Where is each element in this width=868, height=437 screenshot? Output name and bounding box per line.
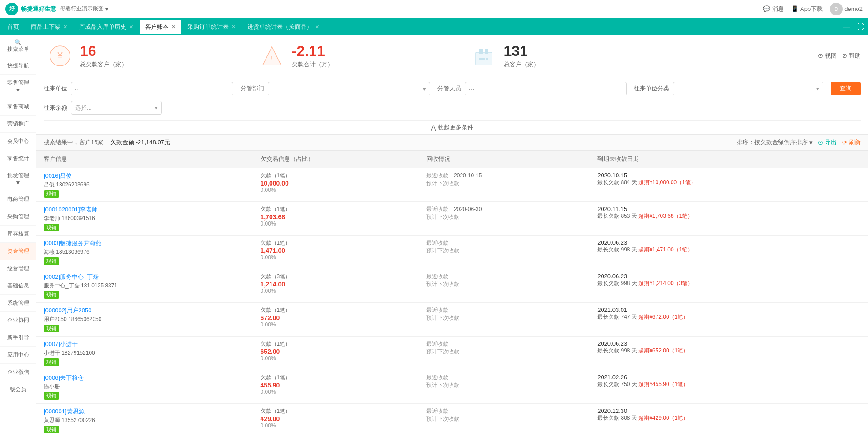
sidebar-item-system[interactable]: 系统管理 bbox=[0, 295, 36, 312]
customer-link-0[interactable]: [0016]吕俊 bbox=[44, 172, 246, 180]
tab-customer[interactable]: 客户账本 ✕ bbox=[140, 20, 181, 34]
overdue-amount-5[interactable]: 超期¥652.00（1笔） bbox=[638, 347, 688, 354]
dept-input[interactable]: ▾ bbox=[268, 82, 430, 95]
overdue-amount-2[interactable]: 超期¥1,471.00（1笔） bbox=[638, 246, 693, 253]
customer-sub-3: 服务中心_丁磊 181 0125 8371 bbox=[44, 282, 246, 290]
recovery-row-0: 最近收款 2020-10-15 bbox=[426, 172, 583, 180]
view-btn[interactable]: ⊙ 视图 bbox=[818, 52, 837, 60]
sidebar-item-members[interactable]: 会员中心 bbox=[0, 133, 36, 150]
debt-amount-0[interactable]: 10,000.00 bbox=[261, 180, 412, 187]
sidebar-item-batch-mgmt[interactable]: 批发管理 ▼ bbox=[0, 167, 36, 191]
debt-amount-6[interactable]: 455.90 bbox=[261, 382, 412, 389]
refresh-btn[interactable]: ⟳ 刷新 bbox=[842, 138, 861, 146]
company-select[interactable]: 母婴行业演示账套 ▾ bbox=[60, 5, 108, 13]
stat-label-customers: 总欠款客户（家） bbox=[80, 60, 127, 69]
customer-link-4[interactable]: [000002]用户2050 bbox=[44, 306, 246, 315]
overdue-amount-6[interactable]: 超期¥455.90（1笔） bbox=[638, 381, 688, 387]
overdue-days-2: 最长欠款 998 天 超期¥1,471.00（1笔） bbox=[597, 246, 861, 254]
overdue-days-4: 最长欠款 747 天 超期¥672.00（1笔） bbox=[597, 313, 861, 321]
export-icon: ⊙ bbox=[818, 139, 823, 146]
sidebar-item-purchase[interactable]: 采购管理 bbox=[0, 208, 36, 226]
debt-amount-5[interactable]: 652.00 bbox=[261, 348, 412, 355]
next-recovery-row-6: 预计下次收款 bbox=[426, 382, 583, 389]
search-button[interactable]: 查询 bbox=[831, 82, 861, 95]
debt-amount-2[interactable]: 1,471.00 bbox=[261, 247, 412, 254]
tab-incoming[interactable]: 进货单统计表（按商品） ✕ bbox=[242, 20, 325, 34]
tab-home[interactable]: 首页 bbox=[2, 20, 25, 34]
sidebar-item-retail-stats[interactable]: 零售统计 bbox=[0, 150, 36, 167]
collapse-icon: ⋀ bbox=[431, 124, 436, 131]
debt-count-6: 欠款（1笔） bbox=[261, 374, 412, 382]
cell-customer-7: [000001]黄思源 黄思源 13552700226 现销 bbox=[36, 404, 253, 437]
logo-icon: 好 bbox=[5, 3, 18, 15]
debt-amount-4[interactable]: 672.00 bbox=[261, 314, 412, 321]
customer-link-6[interactable]: [0006]去下粮仓 bbox=[44, 374, 246, 382]
customer-link-2[interactable]: [0003]畅捷服务尹海燕 bbox=[44, 239, 246, 247]
sidebar-item-vip[interactable]: 畅会员 bbox=[0, 381, 36, 398]
overdue-days-7: 最长欠款 808 天 超期¥429.00（1笔） bbox=[597, 414, 861, 422]
person-input[interactable]: ··· bbox=[465, 82, 627, 95]
customer-link-7[interactable]: [000001]黄思源 bbox=[44, 407, 246, 416]
debt-percent-1: 0.00% bbox=[261, 221, 412, 227]
tab-close-incoming[interactable]: ✕ bbox=[315, 24, 319, 30]
sidebar-item-basic-info[interactable]: 基础信息 bbox=[0, 277, 36, 295]
tab-products[interactable]: 商品上下架 ✕ bbox=[25, 20, 73, 34]
svg-rect-6 bbox=[485, 49, 488, 54]
sidebar-item-marketing[interactable]: 营销推广 bbox=[0, 116, 36, 133]
tab-purchase[interactable]: 采购订单统计表 ✕ bbox=[182, 20, 241, 34]
balance-input[interactable]: 选择... ▾ bbox=[71, 101, 162, 115]
sidebar-item-app-center[interactable]: 应用中心 bbox=[0, 347, 36, 364]
debt-amount-1[interactable]: 1,703.68 bbox=[261, 213, 412, 221]
user-menu[interactable]: D demo2 bbox=[830, 3, 863, 15]
debt-amount-7[interactable]: 429.00 bbox=[261, 415, 412, 422]
collapse-row[interactable]: ⋀ 收起更多条件 bbox=[44, 120, 861, 134]
stat-value-amount: -2.11 bbox=[292, 43, 333, 60]
tab-production[interactable]: 产成品入库单历史 ✕ bbox=[74, 20, 139, 34]
recovery-row-2: 最近收款 bbox=[426, 239, 583, 247]
tab-close-production[interactable]: ✕ bbox=[129, 24, 133, 30]
export-btn[interactable]: ⊙ 导出 bbox=[818, 138, 837, 146]
sidebar-item-ecom[interactable]: 电商管理 bbox=[0, 191, 36, 208]
svg-rect-7 bbox=[479, 58, 482, 60]
table-row: [0001020001]李老师 李老师 18600391516 现销 欠款（1笔… bbox=[36, 202, 868, 236]
sidebar-item-retail-mgmt[interactable]: 零售管理 ▼ bbox=[0, 75, 36, 98]
content-area: ¥ 16 总欠款客户（家） ! -2.11 欠款合计（万） bbox=[36, 35, 868, 437]
svg-rect-8 bbox=[482, 58, 485, 60]
overdue-amount-4[interactable]: 超期¥672.00（1笔） bbox=[638, 314, 688, 320]
tab-minimize-btn[interactable]: — bbox=[841, 22, 852, 32]
stats-row: ¥ 16 总欠款客户（家） ! -2.11 欠款合计（万） bbox=[36, 35, 868, 76]
sidebar-item-wechat[interactable]: 企业微信 bbox=[0, 364, 36, 381]
cell-overdue-5: 2020.06.23 最长欠款 998 天 超期¥652.00（1笔） bbox=[590, 337, 868, 370]
sort-select[interactable]: 排序：按欠款金额倒序排序 ▾ bbox=[737, 138, 813, 146]
category-input[interactable]: ▾ bbox=[673, 82, 823, 95]
overdue-date-0: 2020.10.15 bbox=[597, 172, 861, 179]
overdue-amount-1[interactable]: 超期¥1,703.68（1笔） bbox=[638, 213, 693, 219]
customer-link-3[interactable]: [0002]服务中心_丁磊 bbox=[44, 273, 246, 281]
download-btn[interactable]: 📱 App下载 bbox=[791, 5, 823, 13]
tab-close-products[interactable]: ✕ bbox=[63, 24, 67, 30]
overdue-amount-7[interactable]: 超期¥429.00（1笔） bbox=[638, 415, 688, 421]
tab-close-customer[interactable]: ✕ bbox=[171, 24, 176, 30]
sidebar-search[interactable]: 🔍 搜索菜单 bbox=[0, 35, 36, 57]
filter-customer: 往来单位 ··· bbox=[44, 82, 233, 95]
tab-maximize-btn[interactable]: ⛶ bbox=[855, 22, 866, 32]
message-btn[interactable]: 💬 消息 bbox=[763, 5, 784, 13]
overdue-amount-3[interactable]: 超期¥1,214.00（3笔） bbox=[638, 280, 693, 286]
help-btn[interactable]: ⊘ 帮助 bbox=[842, 52, 861, 60]
debt-count-0: 欠款（1笔） bbox=[261, 172, 412, 180]
sidebar-item-retail-shop[interactable]: 零售商城 bbox=[0, 98, 36, 116]
balance-placeholder: 选择... bbox=[75, 104, 92, 112]
customer-link-1[interactable]: [0001020001]李老师 bbox=[44, 206, 246, 214]
overdue-amount-0[interactable]: 超期¥10,000.00（1笔） bbox=[638, 179, 696, 186]
tab-close-purchase[interactable]: ✕ bbox=[231, 24, 236, 30]
customer-input[interactable]: ··· bbox=[71, 82, 233, 95]
sidebar-item-enterprise[interactable]: 企业协同 bbox=[0, 312, 36, 329]
sidebar-item-guide[interactable]: 新手引导 bbox=[0, 329, 36, 347]
sidebar-item-operations[interactable]: 经营管理 bbox=[0, 260, 36, 277]
sidebar-item-finance[interactable]: 资金管理 bbox=[0, 243, 36, 260]
table-row: [000002]用户2050 用户2050 18665062050 现销 欠款（… bbox=[36, 303, 868, 337]
debt-amount-3[interactable]: 1,214.00 bbox=[261, 281, 412, 288]
customer-link-5[interactable]: [0007]小进干 bbox=[44, 340, 246, 348]
sidebar-item-inventory[interactable]: 库存核算 bbox=[0, 226, 36, 243]
overdue-days-0: 最长欠款 884 天 超期¥10,000.00（1笔） bbox=[597, 179, 861, 186]
